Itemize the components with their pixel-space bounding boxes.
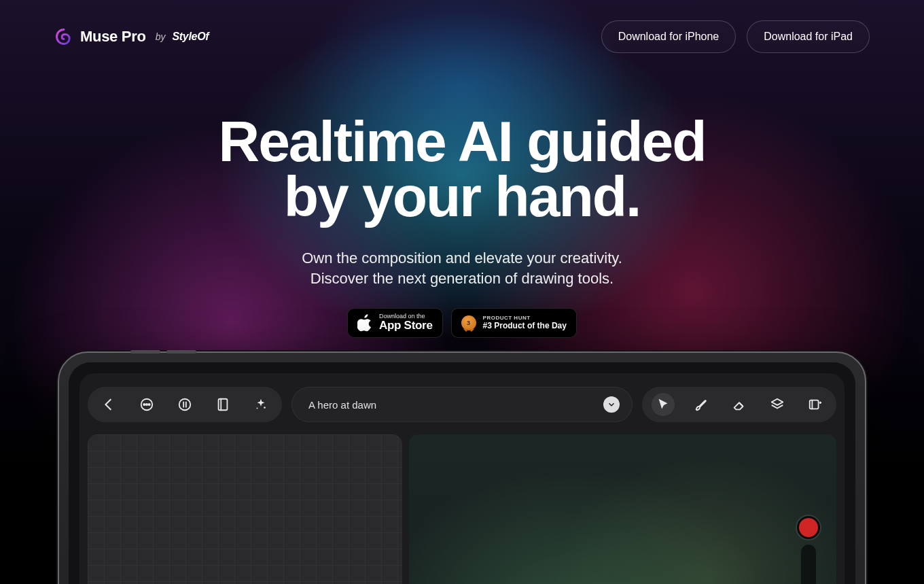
svg-point-3 [149,404,150,405]
prompt-text: A hero at dawn [304,399,376,411]
chevron-down-icon[interactable] [603,396,620,413]
hero-sub-line1: Own the composition and elevate your cre… [0,248,924,269]
product-name: Muse Pro [80,28,146,46]
logo[interactable]: Muse Pro by StyleOf [54,27,209,46]
back-icon[interactable] [97,393,120,416]
apple-icon [357,314,372,332]
hero-sub-line2: Discover the next generation of drawing … [0,269,924,289]
app-screen: A hero at dawn [79,373,845,584]
header-actions: Download for iPhone Download for iPad [601,20,870,53]
layers-icon[interactable] [766,393,789,416]
ipad-device: A hero at dawn [58,351,866,584]
add-panel-icon[interactable] [804,393,827,416]
by-label: by [156,31,166,42]
medal-icon: 3 [461,315,476,330]
more-icon[interactable] [135,393,158,416]
download-iphone-button[interactable]: Download for iPhone [601,20,736,53]
hero-title-line2: by your hand. [0,169,924,224]
hero-subtitle: Own the composition and elevate your cre… [0,248,924,288]
svg-point-4 [179,399,191,411]
panel-icon[interactable] [211,393,234,416]
hero-title: Realtime AI guided by your hand. [0,114,924,224]
pause-icon[interactable] [173,393,196,416]
swirl-icon [54,27,73,46]
volume-button [130,350,160,354]
svg-rect-8 [810,400,819,409]
sketch-canvas[interactable] [88,434,402,584]
hero-section: Realtime AI guided by your hand. Own the… [0,114,924,338]
volume-button [166,350,196,354]
download-ipad-button[interactable]: Download for iPad [747,20,870,53]
sparkle-icon[interactable] [249,393,272,416]
svg-point-6 [264,407,266,409]
canvas-area [88,434,836,584]
strength-slider[interactable] [801,545,816,584]
svg-point-1 [143,404,145,405]
grid-overlay [88,434,402,584]
hero-title-line1: Realtime AI guided [0,114,924,169]
brush-icon[interactable] [690,393,713,416]
cursor-icon[interactable] [652,393,675,416]
eraser-icon[interactable] [728,393,751,416]
record-button[interactable] [797,516,820,539]
ph-large-text: #3 Product of the Day [483,322,567,330]
left-toolbar [88,387,282,422]
producthunt-badge[interactable]: 3 PRODUCT HUNT #3 Product of the Day [451,308,577,338]
appstore-badge[interactable]: Download on the App Store [347,308,443,338]
right-toolbar [642,387,836,422]
app-toolbars: A hero at dawn [88,387,836,422]
svg-rect-5 [219,399,228,411]
site-header: Muse Pro by StyleOf Download for iPhone … [0,0,924,73]
svg-point-2 [146,404,147,405]
render-canvas[interactable] [409,434,836,584]
prompt-bar[interactable]: A hero at dawn [291,387,633,422]
badge-row: Download on the App Store 3 PRODUCT HUNT… [0,308,924,338]
appstore-large-text: App Store [379,320,433,332]
company-name: StyleOf [172,31,209,43]
svg-point-7 [257,408,258,409]
